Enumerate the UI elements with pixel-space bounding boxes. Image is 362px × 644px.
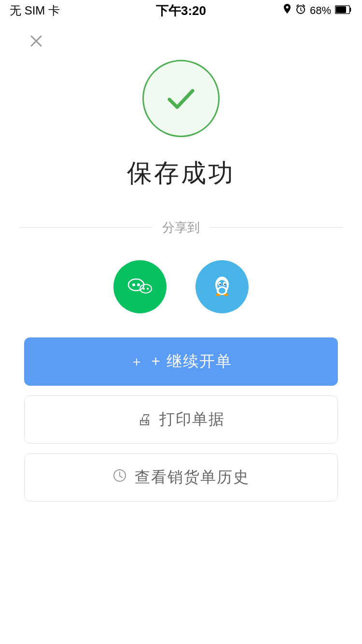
- svg-point-14: [220, 284, 221, 285]
- success-circle: [142, 60, 220, 137]
- svg-point-5: [132, 283, 135, 286]
- divider-left: [19, 227, 153, 228]
- svg-rect-3: [336, 6, 346, 13]
- svg-point-0: [286, 6, 288, 9]
- battery-label: 68%: [310, 4, 331, 17]
- print-label: 打印单据: [159, 409, 225, 430]
- share-icons: [19, 260, 343, 313]
- history-label: 查看销货单历史: [135, 467, 250, 488]
- clock-icon: [112, 468, 127, 487]
- close-button[interactable]: [24, 29, 48, 53]
- battery-icon: [335, 4, 352, 17]
- continue-button[interactable]: ＋ + 继续开单: [24, 337, 338, 386]
- svg-point-6: [137, 283, 140, 286]
- action-buttons: ＋ + 继续开单 🖨 打印单据 查看销货单历史: [0, 337, 362, 502]
- alarm-icon: [295, 4, 306, 17]
- status-time: 下午3:20: [156, 2, 206, 19]
- history-button[interactable]: 查看销货单历史: [24, 453, 338, 502]
- share-section: 分享到: [0, 219, 362, 313]
- svg-point-8: [143, 288, 145, 290]
- divider-right: [209, 227, 343, 228]
- status-bar: 无 SIM 卡 下午3:20 68%: [0, 0, 362, 21]
- continue-label: + 继续开单: [151, 351, 232, 372]
- success-title: 保存成功: [127, 156, 235, 190]
- printer-icon: 🖨: [137, 411, 152, 428]
- share-divider: 分享到: [19, 219, 343, 236]
- svg-point-9: [147, 288, 149, 290]
- location-icon: [283, 4, 292, 17]
- svg-point-4: [128, 279, 144, 291]
- share-label: 分享到: [162, 219, 200, 236]
- status-right: 68%: [283, 4, 352, 17]
- main-content: 保存成功 分享到: [0, 21, 362, 502]
- status-left: 无 SIM 卡: [10, 3, 64, 18]
- svg-point-15: [224, 284, 226, 285]
- wechat-share-button[interactable]: [113, 260, 167, 313]
- print-button[interactable]: 🖨 打印单据: [24, 395, 338, 444]
- qq-share-button[interactable]: [195, 260, 249, 313]
- plus-icon: ＋: [130, 352, 143, 371]
- svg-point-19: [219, 288, 225, 294]
- carrier-label: 无 SIM 卡: [10, 3, 60, 18]
